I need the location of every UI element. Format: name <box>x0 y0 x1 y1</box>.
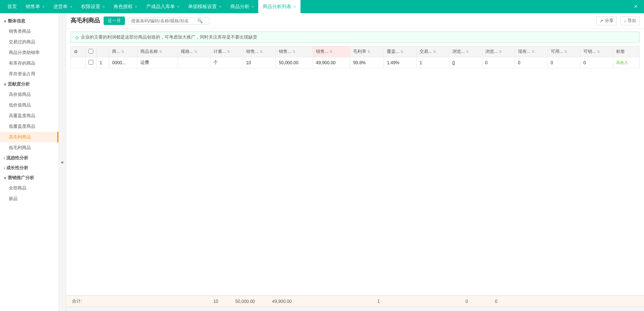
close-sales-order[interactable]: × <box>42 4 44 9</box>
col-current[interactable]: 现有... ⇅ <box>515 46 547 57</box>
cell-code: 0000... <box>109 57 137 68</box>
col-browse2[interactable]: 浏览... ⇅ <box>482 46 515 57</box>
col-row-num <box>97 46 109 57</box>
col-spec[interactable]: 规格... ⇅ <box>177 46 210 57</box>
col-code[interactable]: 商... ⇅ <box>109 46 137 57</box>
cell-row-num: 1 <box>97 57 109 68</box>
arrow-right-icon-2: › <box>4 166 5 170</box>
sort-icon-spec: ⇅ <box>194 50 197 54</box>
sidebar-item-in-stock[interactable]: 有库存的商品 <box>0 58 58 69</box>
nav-template-settings[interactable]: 单据模板设置 × <box>184 0 226 13</box>
col-tag: 标签 <box>613 46 639 57</box>
main-layout: ∨ 整体信息 销售类商品 交易过的商品 商品分类助销率 有库存的商品 库存资金占… <box>0 13 644 311</box>
export-button[interactable]: ↓ 导出 <box>620 16 640 25</box>
sort-icon-available: ⇅ <box>564 50 567 54</box>
col-sales2[interactable]: 销售... ⇅ <box>276 46 313 57</box>
search-box[interactable]: 🔍 <box>129 17 209 25</box>
col-coverage[interactable]: 覆盖... ⇅ <box>384 46 417 57</box>
sidebar-item-high-margin[interactable]: 高毛利商品 <box>0 132 58 142</box>
footer-current: 0 <box>442 299 471 304</box>
sidebar-item-all-products[interactable]: 全部商品 <box>0 183 58 194</box>
sidebar-group-trend[interactable]: › 流趋性分析 <box>0 153 58 163</box>
sidebar-item-stock-capital[interactable]: 库存资金占用 <box>0 69 58 79</box>
col-checkbox[interactable] <box>86 46 97 57</box>
sidebar-item-sales-products[interactable]: 销售类商品 <box>0 26 58 37</box>
close-purchase-order[interactable]: × <box>70 4 72 9</box>
cell-spec <box>177 57 210 68</box>
products-table: ⚙ 商... ⇅ <box>71 46 640 68</box>
table-row[interactable]: 1 0000... 运费 个 <box>71 57 640 68</box>
sidebar-group-growth[interactable]: › 成长性分析 <box>0 163 58 173</box>
sort-icon-coverage: ⇅ <box>400 50 403 54</box>
col-browse1[interactable]: 浏览... ⇅ <box>449 46 482 57</box>
sidebar-item-low-coverage[interactable]: 低覆盖度商品 <box>0 121 58 132</box>
col-sales1[interactable]: 销售... ⇅ <box>243 46 276 57</box>
col-name[interactable]: 商品名称 ⇅ <box>137 46 177 57</box>
share-button[interactable]: ↗ 分享 <box>596 16 617 25</box>
footer-available: 0 <box>471 299 500 304</box>
search-input[interactable] <box>131 18 197 23</box>
sidebar-item-category-rate[interactable]: 商品分类助销率 <box>0 47 58 58</box>
arrow-down-icon-2: ∨ <box>4 82 6 86</box>
content-header: 高毛利商品 近一月 🔍 ↗ 分享 ↓ 导出 <box>66 13 644 29</box>
collapse-icon: « <box>61 160 64 165</box>
nav-role-auth[interactable]: 角色授权 × <box>109 0 141 13</box>
col-sellable[interactable]: 可销... ⇅ <box>580 46 613 57</box>
nav-permission-settings[interactable]: 权限设置 × <box>77 0 109 13</box>
sidebar-item-low-margin[interactable]: 低毛利商品 <box>0 142 58 153</box>
cell-browse1[interactable]: 0 <box>449 57 482 68</box>
col-unit[interactable]: 计量... ⇅ <box>210 46 243 57</box>
close-product-analysis-list[interactable]: × <box>294 4 296 9</box>
cell-checkbox[interactable] <box>86 57 97 68</box>
sort-icon-gross: ⇅ <box>367 50 370 54</box>
sidebar-collapse-button[interactable]: « <box>59 13 66 311</box>
col-transactions[interactable]: 交易... ⇅ <box>417 46 449 57</box>
window-close-button[interactable]: × <box>630 3 641 10</box>
col-available[interactable]: 可用... ⇅ <box>547 46 580 57</box>
settings-icon[interactable]: ⚙ <box>74 49 78 54</box>
nav-product-analysis[interactable]: 商品分析 × <box>226 0 258 13</box>
sidebar-item-low-value[interactable]: 低价值商品 <box>0 100 58 111</box>
arrow-right-icon: › <box>4 156 5 160</box>
cell-unit: 个 <box>210 57 243 68</box>
sort-icon-browse1: ⇅ <box>466 50 469 54</box>
nav-home[interactable]: 首页 <box>3 0 21 13</box>
footer-sales3: 49,900.00 <box>258 299 295 304</box>
horizontal-scrollbar[interactable] <box>66 307 644 311</box>
cell-name: 运费 <box>137 57 177 68</box>
arrow-down-icon: ∨ <box>4 19 6 23</box>
col-settings[interactable]: ⚙ <box>71 46 86 57</box>
sidebar-group-overall[interactable]: ∨ 整体信息 <box>0 16 58 26</box>
table-header-row: ⚙ 商... ⇅ <box>71 46 640 57</box>
nav-purchase-order[interactable]: 进货单 × <box>49 0 76 13</box>
filter-last-month-button[interactable]: 近一月 <box>104 17 125 25</box>
row-checkbox[interactable] <box>89 60 93 65</box>
close-permission[interactable]: × <box>102 4 105 9</box>
close-role-auth[interactable]: × <box>135 4 137 9</box>
nav-product-inbound[interactable]: 产成品入库单 × <box>142 0 184 13</box>
sort-icon-current: ⇅ <box>532 50 535 54</box>
sidebar-item-high-value[interactable]: 高价值商品 <box>0 89 58 100</box>
search-icon[interactable]: 🔍 <box>197 18 203 23</box>
sidebar-item-new-products[interactable]: 新品 <box>0 194 58 204</box>
sidebar-item-high-coverage[interactable]: 高覆盖度商品 <box>0 111 58 121</box>
sidebar-group-contribution[interactable]: ∨ 贡献度分析 <box>0 79 58 89</box>
cell-sales3: 49,900.00 <box>313 57 350 68</box>
sidebar-item-traded-products[interactable]: 交易过的商品 <box>0 37 58 47</box>
nav-sales-order[interactable]: 销售单 × <box>21 0 49 13</box>
col-gross-rate[interactable]: 毛利率 ⇅ <box>350 46 384 57</box>
table-container[interactable]: ⚙ 商... ⇅ <box>66 46 644 295</box>
export-icon: ↓ <box>624 18 626 23</box>
col-sales3[interactable]: 销售... ⇅ <box>313 46 350 57</box>
close-product-inbound[interactable]: × <box>177 4 179 9</box>
cell-available: 0 <box>547 57 580 68</box>
close-product-analysis[interactable]: × <box>252 4 254 9</box>
share-icon: ↗ <box>600 18 603 23</box>
sort-icon-sales2: ⇅ <box>292 50 295 54</box>
sort-icon-sales3: ⇅ <box>330 50 332 54</box>
select-all-checkbox[interactable] <box>89 49 93 54</box>
sort-icon-transactions: ⇅ <box>433 50 436 54</box>
close-template[interactable]: × <box>219 4 221 9</box>
sidebar-group-marketing[interactable]: ∨ 营销推广分析 <box>0 173 58 183</box>
nav-product-analysis-list[interactable]: 商品分析列表 × <box>258 0 300 13</box>
